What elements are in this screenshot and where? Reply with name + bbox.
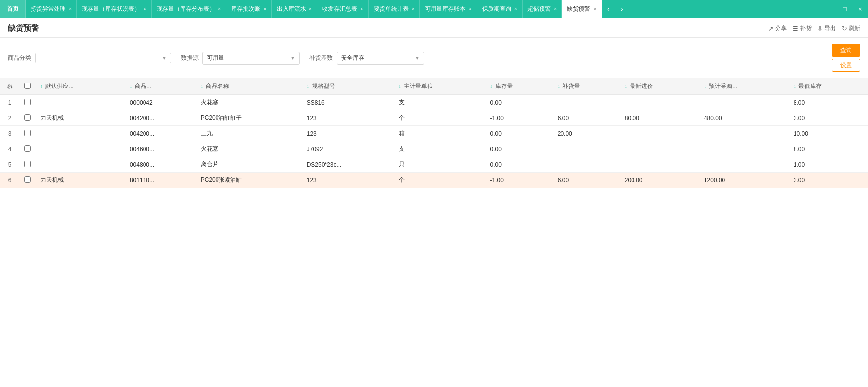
tab-inventory-status[interactable]: 现存量（库存状况表） × xyxy=(77,0,151,18)
col-header-replenish-qty[interactable]: ↕ 补货量 xyxy=(553,78,620,95)
filter-replenish-base-group: 补货基数 安全库存 ▼ xyxy=(309,52,424,65)
window-close-btn[interactable]: × xyxy=(852,5,868,13)
close-tab-expiry-query[interactable]: × xyxy=(514,6,517,12)
datasource-select[interactable]: 可用量 ▼ xyxy=(202,52,300,65)
row-min-stock-1: 8.00 xyxy=(789,95,868,110)
row-unit-6: 个 xyxy=(394,173,486,188)
close-tab-abnormal[interactable]: × xyxy=(69,6,72,12)
tab-expiry-query[interactable]: 保质期查询 × xyxy=(477,0,523,18)
row-est-purchase-6: 1200.00 xyxy=(699,173,789,188)
window-maximize-btn[interactable]: □ xyxy=(837,5,852,13)
row-min-stock-2: 3.00 xyxy=(789,110,868,126)
data-table: ⚙ ↕ 默认供应... ↕ 商品... ↕ 商品名称 xyxy=(0,78,868,188)
export-btn[interactable]: ⇩ 导出 xyxy=(817,24,836,33)
row-stock-1: 0.00 xyxy=(486,95,553,110)
replenish-icon: ☰ xyxy=(793,25,798,32)
table-wrap: ⚙ ↕ 默认供应... ↕ 商品... ↕ 商品名称 xyxy=(0,78,868,188)
table-row: 4 004600... 火花塞 J7092 支 0.00 8.00 xyxy=(0,141,868,157)
export-icon: ⇩ xyxy=(817,25,823,32)
col-header-product-name[interactable]: ↕ 商品名称 xyxy=(196,78,302,95)
tab-inout-flow[interactable]: 出入库流水 × xyxy=(272,0,317,18)
row-select-6[interactable] xyxy=(24,176,31,183)
table-body: 1 0000042 火花塞 SS816 支 0.00 8.00 2 力天机械 0… xyxy=(0,95,868,188)
close-tab-shortage[interactable]: × xyxy=(593,6,596,12)
window-minimize-btn[interactable]: − xyxy=(821,5,837,13)
page-header: 缺货预警 ➚ 分享 ☰ 补货 ⇩ 导出 ↻ 刷新 xyxy=(0,18,868,38)
col-header-supplier[interactable]: ↕ 默认供应... xyxy=(36,78,125,95)
sort-icon-est-purchase: ↕ xyxy=(704,84,706,89)
close-tab-overstock[interactable]: × xyxy=(554,6,557,12)
row-select-5[interactable] xyxy=(24,161,31,167)
row-num-1: 1 xyxy=(0,95,19,110)
tab-prev-btn[interactable]: ‹ xyxy=(602,0,615,18)
row-num-3: 3 xyxy=(0,126,19,141)
row-stock-5: 0.00 xyxy=(486,157,553,173)
table-header-row: ⚙ ↕ 默认供应... ↕ 商品... ↕ 商品名称 xyxy=(0,78,868,95)
replenish-base-select[interactable]: 安全库存 ▼ xyxy=(337,52,424,65)
row-select-3[interactable] xyxy=(24,130,31,136)
row-checkbox-1[interactable] xyxy=(19,95,36,110)
row-stock-2: -1.00 xyxy=(486,110,553,126)
row-checkbox-2[interactable] xyxy=(19,110,36,126)
row-stock-3: 0.00 xyxy=(486,126,553,141)
row-supplier-5 xyxy=(36,157,125,173)
row-product-code-3: 004200... xyxy=(125,126,196,141)
refresh-btn[interactable]: ↻ 刷新 xyxy=(842,24,860,33)
row-unit-3: 箱 xyxy=(394,126,486,141)
share-icon: ➚ xyxy=(768,25,774,32)
row-checkbox-4[interactable] xyxy=(19,141,36,157)
tab-batch-account[interactable]: 库存批次账 × xyxy=(226,0,271,18)
page-title: 缺货预警 xyxy=(8,23,39,34)
close-tab-available-ledger[interactable]: × xyxy=(469,6,471,12)
window-buttons: − □ × xyxy=(821,5,868,13)
sort-icon-spec: ↕ xyxy=(307,84,309,89)
row-checkbox-6[interactable] xyxy=(19,173,36,188)
row-replenish-qty-3: 20.00 xyxy=(553,126,620,141)
col-header-unit[interactable]: ↕ 主计量单位 xyxy=(394,78,486,95)
row-est-purchase-1 xyxy=(699,95,789,110)
row-select-4[interactable] xyxy=(24,145,31,152)
close-tab-inventory-dist[interactable]: × xyxy=(218,6,221,12)
tab-abnormal[interactable]: 拣货异常处理 × xyxy=(26,0,77,18)
tab-collect-summary[interactable]: 收发存汇总表 × xyxy=(317,0,368,18)
close-tab-inout-flow[interactable]: × xyxy=(309,6,312,12)
query-button[interactable]: 查询 xyxy=(832,44,860,57)
tab-inventory-dist[interactable]: 现存量（库存分布表） × xyxy=(152,0,226,18)
replenish-btn[interactable]: ☰ 补货 xyxy=(793,24,812,33)
close-tab-order-stats[interactable]: × xyxy=(412,6,415,12)
gear-icon[interactable]: ⚙ xyxy=(7,83,13,90)
row-checkbox-3[interactable] xyxy=(19,126,36,141)
tab-home[interactable]: 首页 xyxy=(0,0,26,18)
row-select-1[interactable] xyxy=(24,99,31,105)
tab-overstock[interactable]: 超储预警 × xyxy=(523,0,562,18)
col-checkbox xyxy=(19,78,36,95)
row-min-stock-5: 1.00 xyxy=(789,157,868,173)
col-header-est-purchase[interactable]: ↕ 预计采购... xyxy=(699,78,789,95)
row-num-4: 4 xyxy=(0,141,19,157)
tab-next-btn[interactable]: › xyxy=(615,0,629,18)
main-content: 缺货预警 ➚ 分享 ☰ 补货 ⇩ 导出 ↻ 刷新 商品分类 xyxy=(0,18,868,387)
col-header-latest-price[interactable]: ↕ 最新进价 xyxy=(620,78,699,95)
close-tab-batch-account[interactable]: × xyxy=(263,6,266,12)
tab-order-stats[interactable]: 要货单统计表 × xyxy=(369,0,420,18)
col-header-product-code[interactable]: ↕ 商品... xyxy=(125,78,196,95)
tab-available-ledger[interactable]: 可用量库存账本 × xyxy=(420,0,477,18)
category-select[interactable]: ▼ xyxy=(35,53,171,63)
row-spec-3: 123 xyxy=(302,126,394,141)
replenish-base-label: 补货基数 xyxy=(309,54,333,62)
col-header-spec[interactable]: ↕ 规格型号 xyxy=(302,78,394,95)
row-spec-4: J7092 xyxy=(302,141,394,157)
select-all-checkbox[interactable] xyxy=(24,83,31,89)
close-tab-inventory-status[interactable]: × xyxy=(143,6,146,12)
row-checkbox-5[interactable] xyxy=(19,157,36,173)
tab-shortage[interactable]: 缺货预警 × xyxy=(562,0,601,18)
close-tab-collect-summary[interactable]: × xyxy=(360,6,363,12)
row-select-2[interactable] xyxy=(24,114,31,121)
settings-button[interactable]: 设置 xyxy=(832,59,860,72)
col-header-min-stock[interactable]: ↕ 最低库存 xyxy=(789,78,868,95)
share-btn[interactable]: ➚ 分享 xyxy=(768,24,787,33)
table-row: 3 004200... 三九 123 箱 0.00 20.00 10.00 xyxy=(0,126,868,141)
col-header-stock[interactable]: ↕ 库存量 xyxy=(486,78,553,95)
row-product-code-5: 004800... xyxy=(125,157,196,173)
row-supplier-6: 力天机械 xyxy=(36,173,125,188)
